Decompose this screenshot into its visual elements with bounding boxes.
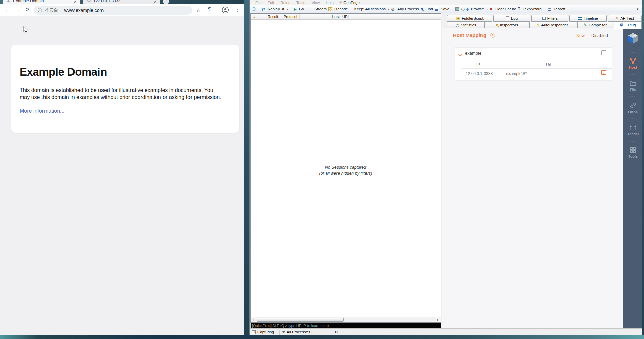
new-mapping-button[interactable]: New — [576, 33, 585, 38]
scroll-right-icon[interactable]: ▸ — [435, 317, 441, 322]
ip-column-header: IP — [476, 62, 480, 67]
process-filter-label[interactable]: All Processes — [287, 330, 310, 334]
browser-tab-localhost[interactable]: 127.0.0.1:3333 ✕ — [83, 0, 160, 4]
fiddler-statusbar: ϟ Capturing All Processes 0 — [250, 328, 642, 336]
capturing-label[interactable]: Capturing — [257, 330, 274, 334]
tab-fplug[interactable]: FPlug — [614, 21, 642, 29]
menu-tools[interactable]: Tools — [293, 1, 309, 5]
textwizard-icon: T — [518, 7, 520, 11]
tab-statistics[interactable]: ◷ Statistics — [447, 22, 485, 28]
fiddler-tabs-row2: ◷ Statistics Inspectors ϟ AutoResponder … — [442, 22, 642, 29]
col-url[interactable]: URL — [342, 14, 350, 19]
bookmark-star-icon[interactable]: ☆ — [194, 7, 202, 13]
stream-button[interactable]: Stream — [314, 7, 327, 11]
tab-autoresponder[interactable]: ϟ AutoResponder — [529, 22, 576, 28]
close-tab-icon[interactable]: ✕ — [154, 0, 157, 4]
browser-tab-example-domain[interactable]: Example Domain ✕ — [3, 0, 80, 4]
address-bar[interactable]: i 不安全 www.example.com — [34, 6, 192, 15]
url-column-header: Url — [546, 62, 551, 67]
tab-title: Example Domain — [13, 0, 44, 3]
mapping-url-pattern[interactable]: example\S* — [506, 71, 527, 76]
disabled-toggle[interactable]: Disabled — [591, 33, 608, 38]
browser-tabstrip: Example Domain ✕ 127.0.0.1:3333 ✕ + — [0, 0, 244, 4]
col-protocol[interactable]: Protocol — [284, 14, 297, 19]
sidebar-item-host[interactable]: Host — [629, 57, 637, 69]
resize-grip[interactable] — [640, 334, 640, 335]
decode-button[interactable]: Decode — [334, 7, 348, 11]
chevron-down-icon[interactable] — [458, 52, 462, 58]
remove-sessions-icon[interactable]: ✕ — [282, 7, 285, 11]
tab-inspectors[interactable]: Inspectors — [486, 22, 528, 28]
compose-icon: ✎ — [584, 23, 587, 27]
sidebar-item-file[interactable]: File — [629, 80, 637, 92]
capturing-bolt-icon: ϟ — [254, 330, 255, 333]
close-tab-icon[interactable]: ✕ — [74, 0, 77, 4]
tab-apitest[interactable]: ✎ APITest — [608, 15, 642, 22]
tab-timeline[interactable]: Timeline — [569, 15, 607, 22]
toolbar-divider — [218, 7, 218, 13]
menu-view[interactable]: View — [309, 1, 323, 5]
lightning-icon: ϟ — [537, 23, 539, 27]
save-button[interactable]: Save — [441, 7, 449, 11]
session-list-header: # Result Protocol Host URL — [251, 14, 441, 20]
col-number[interactable]: # — [253, 14, 255, 19]
col-host[interactable]: Host — [332, 14, 340, 19]
clear-cache-icon: ✖ — [489, 7, 492, 11]
desktop-taskbar-strip — [0, 335, 644, 339]
group-name[interactable]: example — [465, 51, 481, 56]
replay-button[interactable]: Replay — [268, 7, 280, 11]
screenshot-icon[interactable] — [455, 7, 459, 11]
help-icon[interactable]: ? — [490, 33, 495, 38]
scroll-left-icon[interactable]: ◂ — [251, 317, 256, 322]
browse-button[interactable]: Browse — [471, 7, 484, 11]
fiddler-window: File Edit Rules Tools View Help ✳ GeoEdg… — [249, 0, 642, 336]
sidebar-item-https[interactable]: Https — [628, 102, 638, 114]
col-result[interactable]: Result — [268, 14, 278, 19]
browser-window: Example Domain ✕ 127.0.0.1:3333 ✕ + ← → … — [0, 0, 244, 335]
tab-fiddlerscript[interactable]: JS FiddlerScript — [447, 15, 492, 22]
horizontal-scrollbar[interactable]: ◂ ▸ — [251, 317, 441, 322]
tab-log[interactable]: Log — [493, 15, 530, 22]
scrollbar-thumb[interactable] — [257, 318, 344, 322]
menu-help[interactable]: Help — [323, 1, 337, 5]
sidebar-item-header[interactable]: Header — [626, 124, 639, 136]
omnibox-divider — [61, 8, 61, 13]
process-filter-icon — [282, 331, 285, 334]
example-domain-card: Example Domain This domain is establishe… — [11, 45, 239, 133]
go-button[interactable]: Go — [299, 7, 304, 11]
timer-icon[interactable]: ◷ — [461, 7, 464, 11]
group-checkbox-unchecked[interactable] — [601, 50, 606, 55]
comment-bubble-icon[interactable] — [252, 7, 256, 11]
menu-rules[interactable]: Rules — [277, 1, 293, 5]
tearoff-button[interactable]: Tearoff — [554, 7, 565, 11]
tab-filters[interactable]: Filters — [531, 15, 568, 22]
replay-icon: ⇄ — [262, 7, 265, 12]
sidebar-item-tools[interactable]: Tools — [628, 146, 638, 158]
mapping-checkbox-checked[interactable]: ✓ — [601, 70, 606, 75]
menu-file[interactable]: File — [252, 1, 265, 5]
menu-geoedge[interactable]: ✳ GeoEdge — [337, 0, 362, 5]
new-tab-button[interactable]: + — [163, 0, 169, 4]
tab-composer[interactable]: ✎ Composer — [577, 22, 613, 28]
mapping-group-card: example IP Url 127.0.0.1:3333 example\S*… — [455, 47, 612, 80]
back-icon[interactable]: ← — [3, 7, 11, 13]
any-process-button[interactable]: Any Process — [397, 7, 419, 11]
info-icon[interactable]: i — [38, 8, 42, 12]
find-button[interactable]: Find — [426, 7, 433, 11]
quickexec-bar[interactable]: [QuickExec] ALT+Q > type HELP to learn m… — [250, 323, 441, 328]
toolbar-overflow-icon[interactable]: ▾ — [637, 7, 640, 11]
extension-icon[interactable]: ¶ — [206, 6, 213, 12]
more-information-link[interactable]: More information... — [20, 108, 64, 114]
group-guide-line — [459, 58, 459, 79]
mapping-ip-value[interactable]: 127.0.0.1:3333 — [466, 71, 493, 76]
keep-sessions-dropdown[interactable]: Keep: All sessions — [354, 7, 386, 11]
stream-icon: ↓ — [310, 7, 312, 11]
tab-title: 127.0.0.1:3333 — [93, 0, 120, 3]
clear-cache-button[interactable]: Clear Cache — [495, 7, 516, 11]
reload-icon[interactable]: ⟳ — [24, 7, 32, 13]
menu-edit[interactable]: Edit — [265, 1, 277, 5]
script-icon: JS — [456, 17, 460, 20]
profile-avatar[interactable] — [222, 6, 229, 15]
browser-menu-icon[interactable]: ⋮ — [233, 7, 241, 13]
textwizard-button[interactable]: TextWizard — [523, 7, 542, 11]
